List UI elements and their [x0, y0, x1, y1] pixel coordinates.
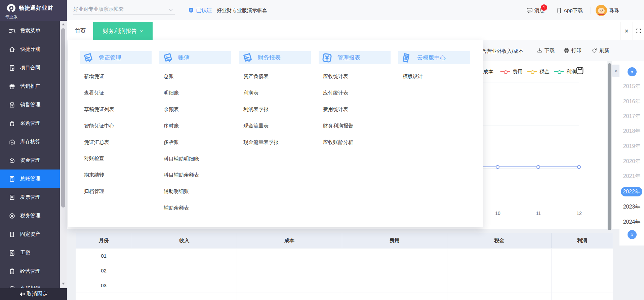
- menu-item-archive-management[interactable]: 归档管理: [84, 188, 104, 195]
- menu-item-aux-balance-table[interactable]: 科目辅助余额表: [164, 172, 199, 178]
- unpin-label: 取消固定: [27, 291, 48, 298]
- menu-item-detail-ledger[interactable]: 明细账: [164, 89, 179, 96]
- download-button[interactable]: 下载: [537, 47, 555, 54]
- sidebar-scrollbar-thumb[interactable]: [61, 28, 65, 208]
- year-2017[interactable]: 2017年: [619, 112, 644, 121]
- years-scroll-down-button[interactable]: [628, 230, 637, 239]
- collapse-year-panel-button[interactable]: »: [612, 65, 620, 77]
- year-2020[interactable]: 2020年: [619, 157, 644, 166]
- refresh-button[interactable]: 刷新: [592, 47, 609, 54]
- year-2022-selected[interactable]: 2022年: [621, 187, 642, 196]
- scroll-down-arrow-icon[interactable]: [62, 282, 65, 285]
- sidebar-item-quick-nav[interactable]: 快捷导航: [0, 40, 60, 59]
- content-scrollbar-thumb[interactable]: [608, 63, 611, 230]
- unpin-sidebar-button[interactable]: 取消固定: [0, 288, 67, 300]
- app-download-button[interactable]: App下载: [556, 6, 583, 15]
- sidebar-item-salary[interactable]: 工资: [0, 243, 60, 262]
- sidebar-item-invoice[interactable]: 发票管理: [0, 188, 60, 207]
- menu-item-view-voucher[interactable]: 查看凭证: [84, 89, 104, 96]
- username[interactable]: 珠珠: [609, 7, 619, 14]
- sidebar-item-search-menu[interactable]: 搜索菜单: [0, 22, 60, 40]
- menu-item-draft-voucher-list[interactable]: 草稿凭证列表: [84, 106, 114, 113]
- close-window-icon[interactable]: ×: [620, 22, 633, 40]
- brand-edition: 专业版: [5, 14, 17, 20]
- year-2016[interactable]: 2016年: [619, 97, 644, 106]
- menu-item-cash-flow-quarterly[interactable]: 现金流量表季报: [243, 139, 279, 146]
- sidebar-item-project-contract[interactable]: 项目合同: [0, 59, 60, 77]
- scroll-up-arrow-icon[interactable]: [62, 23, 65, 26]
- menu-item-general-ledger[interactable]: 总账: [164, 73, 174, 80]
- sidebar-item-expense-partial[interactable]: 小好报销: [0, 280, 60, 288]
- save-chart-icon[interactable]: [575, 66, 584, 75]
- menu-item-assist-detail-ledger[interactable]: 辅助明细账: [164, 188, 189, 195]
- sidebar-scrollbar-track[interactable]: [60, 21, 67, 288]
- menu-item-expense-stats[interactable]: 费用统计表: [323, 106, 348, 113]
- sidebar-item-label: 固定资产: [20, 231, 40, 237]
- collapse-left-icon: [19, 292, 25, 297]
- menu-item-journal[interactable]: 序时账: [164, 122, 179, 129]
- cell-partial-2: [132, 293, 237, 300]
- cell-partial-4: [342, 293, 447, 300]
- menu-item-multi-column-ledger[interactable]: 多栏账: [164, 139, 179, 146]
- sidebar-item-fixed-assets[interactable]: 固定资产: [0, 225, 60, 243]
- menu-item-income-statement[interactable]: 利润表: [243, 89, 258, 96]
- data-point-dec[interactable]: [577, 165, 581, 169]
- year-panel: 2015年 2016年 2017年 2018年 2019年 2020年 2021…: [619, 61, 644, 246]
- menu-item-cash-flow[interactable]: 现金流量表: [243, 122, 269, 129]
- menu-item-smart-voucher[interactable]: 智能凭证中心: [84, 122, 114, 129]
- year-2021[interactable]: 2021年: [619, 172, 644, 181]
- print-button[interactable]: 打印: [564, 47, 581, 54]
- cell-income-03: [132, 278, 237, 293]
- avatar[interactable]: [596, 5, 607, 16]
- menu-item-new-voucher[interactable]: 新增凭证: [84, 73, 104, 80]
- year-2015[interactable]: 2015年: [619, 82, 644, 91]
- data-point-nov[interactable]: [536, 165, 540, 169]
- fullscreen-icon[interactable]: [633, 22, 644, 40]
- data-point-oct[interactable]: [496, 165, 499, 169]
- tab-close-icon[interactable]: ×: [140, 28, 143, 34]
- menu-item-voucher-summary[interactable]: 凭证汇总表: [84, 139, 109, 146]
- monkey-avatar-icon: [596, 5, 607, 16]
- legend-tax[interactable]: 税金: [527, 69, 550, 75]
- account-select[interactable]: 好业财专业版演示帐套: [73, 5, 174, 15]
- sidebar-item-sales[interactable]: 销售管理: [0, 96, 60, 114]
- shield-icon: 企: [188, 7, 194, 14]
- tab-home[interactable]: 首页: [70, 22, 90, 40]
- sidebar-item-general-ledger[interactable]: 总账管理: [0, 170, 60, 188]
- menu-group-voucher: 凭证管理: [80, 51, 152, 64]
- sidebar-item-label: 总账管理: [20, 176, 40, 182]
- menu-item-balance-sheet[interactable]: 资产负债表: [243, 73, 269, 80]
- legend-profit[interactable]: 利润: [554, 69, 576, 75]
- tab-financial-profit-report[interactable]: 财务利润报告 ×: [93, 22, 153, 40]
- year-2018[interactable]: 2018年: [619, 126, 644, 136]
- menu-item-period-end-closing[interactable]: 期末结转: [84, 172, 104, 178]
- year-2019[interactable]: 2019年: [619, 142, 644, 151]
- menu-item-balance-sheet-table[interactable]: 余额表: [164, 106, 179, 113]
- menu-item-income-quarterly[interactable]: 利润表季报: [243, 106, 269, 113]
- menu-item-assist-balance-table[interactable]: 辅助余额表: [164, 204, 189, 211]
- sidebar-item-label: 资金管理: [20, 157, 40, 163]
- gridline-1: [483, 82, 579, 82]
- sidebar-item-operations[interactable]: 经营管理: [0, 262, 60, 280]
- sidebar-item-tax[interactable]: 税务管理: [0, 207, 60, 225]
- year-2024[interactable]: 2024年: [619, 217, 644, 227]
- years-scroll-up-button[interactable]: [628, 67, 637, 76]
- sidebar-item-purchase[interactable]: 采购管理: [0, 114, 60, 133]
- sidebar-item-marketing[interactable]: 营销推广: [0, 77, 60, 96]
- year-2023[interactable]: 2023年: [619, 202, 644, 212]
- menu-item-receivable-stats[interactable]: 应收统计表: [323, 73, 348, 80]
- menu-item-payable-stats[interactable]: 应付统计表: [323, 89, 348, 96]
- legend-cost[interactable]: 成本: [483, 69, 493, 75]
- sidebar-item-label: 工资: [20, 250, 30, 256]
- menu-item-financial-profit-report[interactable]: 财务利润报告: [323, 122, 353, 129]
- menu-item-receivable-aging[interactable]: 应收账龄分析: [323, 139, 353, 146]
- printer-icon: [564, 48, 569, 53]
- ledger-book-icon: [9, 176, 15, 182]
- sidebar-item-inventory[interactable]: 库存核算: [0, 133, 60, 151]
- legend-expense[interactable]: 费用: [500, 69, 523, 75]
- menu-item-aux-detail-ledger[interactable]: 科目辅助明细账: [164, 155, 199, 162]
- menu-item-template-design[interactable]: 模版设计: [403, 73, 423, 80]
- sidebar-item-funds[interactable]: 资金管理: [0, 151, 60, 170]
- tax-coin-icon: [9, 213, 15, 219]
- menu-item-reconciliation[interactable]: 对账检查: [84, 155, 104, 162]
